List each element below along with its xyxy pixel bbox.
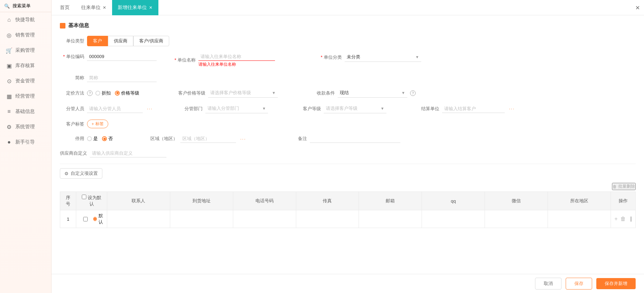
pricing-radio-level-circle xyxy=(115,91,120,96)
default-radio[interactable]: 默认 xyxy=(93,213,103,225)
add-row-button[interactable]: + xyxy=(614,216,618,222)
home-icon: ⌂ xyxy=(6,16,13,23)
tab-new-partner[interactable]: 新增往来单位 ✕ xyxy=(112,0,158,15)
col-email: 邮箱 xyxy=(359,192,422,210)
table-header-row: 序号 设为默认 联系人 到货地址 电话号码 传真 邮箱 qq 微信 所在地区 操… xyxy=(60,192,636,210)
cell-action: + 🗑 ▐ xyxy=(611,210,636,228)
bottom-bar: 取消 保存 保存并新增 xyxy=(52,274,644,293)
qq-input[interactable] xyxy=(425,217,481,222)
tab-home[interactable]: 首页 xyxy=(54,0,76,15)
customer-price-level-select[interactable]: 请选择客户价格等级 ▼ xyxy=(208,88,278,98)
supplier-custom-input[interactable] xyxy=(90,149,166,157)
wechat-input[interactable] xyxy=(488,217,544,222)
manager-more-btn[interactable]: ··· xyxy=(146,106,154,111)
select-all-checkbox[interactable] xyxy=(82,195,86,199)
form-content: 基本信息 单位类型 客户 供应商 客户/供应商 单位编码 单位名称 xyxy=(52,15,644,293)
sidebar-item-finance[interactable]: ⊙ 资金管理 xyxy=(0,73,51,89)
pricing-radio-level[interactable]: 价格等级 xyxy=(115,90,139,96)
pricing-radio-discount[interactable]: 折扣 xyxy=(95,90,111,96)
custom-settings-button[interactable]: ⚙ 自定义项设置 xyxy=(60,168,102,179)
disable-radio-group: 是 否 xyxy=(87,136,113,142)
batch-delete-label: 批量删除 xyxy=(618,184,635,189)
unit-name-group: 单位名称 请输入往来单位名称 xyxy=(171,52,304,67)
unit-type-btn-supplier[interactable]: 供应商 xyxy=(108,36,133,46)
delete-row-button[interactable]: 🗑 xyxy=(620,216,626,222)
sidebar-item-quick-nav[interactable]: ⌂ 快捷导航 xyxy=(0,12,51,27)
col-default: 设为默认 xyxy=(76,192,107,210)
add-tag-label: 标签 xyxy=(95,121,104,127)
region-more-btn[interactable]: ··· xyxy=(239,136,248,141)
unit-type-btn-customer[interactable]: 客户 xyxy=(87,36,108,46)
disable-radio-no[interactable]: 否 xyxy=(102,136,113,142)
sidebar-search[interactable]: 🔍 搜索菜单 xyxy=(0,0,51,12)
sidebar-item-basic[interactable]: ≡ 基础信息 xyxy=(0,104,51,119)
disable-radio-yes-label: 是 xyxy=(93,136,98,142)
unit-category-select[interactable]: 未分类 ▼ xyxy=(345,52,421,62)
customer-price-level-label: 客户价格等级 xyxy=(178,90,205,96)
contact-table: 序号 设为默认 联系人 到货地址 电话号码 传真 邮箱 qq 微信 所在地区 操… xyxy=(60,192,636,228)
fax-input[interactable] xyxy=(300,217,355,222)
payment-terms-group: 收款条件 现结 ▼ ? xyxy=(311,88,443,98)
payment-terms-chevron: ▼ xyxy=(401,91,405,95)
unit-name-input[interactable] xyxy=(198,52,275,61)
sidebar-item-operation[interactable]: ▦ 经营管理 xyxy=(0,89,51,104)
unit-category-chevron: ▼ xyxy=(415,55,419,59)
sidebar-item-label: 系统管理 xyxy=(15,124,35,130)
customer-price-level-chevron: ▼ xyxy=(272,91,276,95)
region-input[interactable] xyxy=(180,135,236,143)
section-divider xyxy=(60,164,636,164)
cell-default: 默认 xyxy=(76,210,107,228)
tab-new-partner-close[interactable]: ✕ xyxy=(149,5,152,10)
customer-level-chevron: ▼ xyxy=(380,106,384,111)
sidebar-item-guide[interactable]: ● 新手引导 xyxy=(0,135,51,150)
tab-partners-label: 往来单位 xyxy=(81,5,101,11)
unit-category-label: 单位分类 xyxy=(317,54,342,60)
payment-terms-help-icon[interactable]: ? xyxy=(410,90,416,96)
unit-code-input[interactable] xyxy=(87,52,157,61)
tab-partners[interactable]: 往来单位 ✕ xyxy=(76,0,112,15)
unit-type-btn-both[interactable]: 客户/供应商 xyxy=(133,36,169,46)
department-select[interactable]: 请输入分管部门 ▼ xyxy=(205,104,268,113)
sidebar-item-inventory[interactable]: ▣ 库存核算 xyxy=(0,58,51,73)
manager-input[interactable] xyxy=(87,105,143,113)
remarks-input[interactable] xyxy=(310,135,400,143)
save-new-button[interactable]: 保存并新增 xyxy=(596,278,636,289)
phone-input[interactable] xyxy=(237,217,292,222)
cell-seq: 1 xyxy=(60,210,76,228)
disable-radio-no-dot xyxy=(103,138,106,140)
sidebar-item-sales[interactable]: ◎ 销售管理 xyxy=(0,27,51,43)
sidebar-item-purchase[interactable]: 🛒 采购管理 xyxy=(0,43,51,58)
disable-radio-no-circle xyxy=(102,136,107,141)
row-scrollbar[interactable]: ▐ xyxy=(629,217,632,221)
customer-level-select[interactable]: 请选择客户等级 ▼ xyxy=(324,104,386,113)
settlement-unit-input[interactable] xyxy=(442,105,505,113)
pricing-help-icon[interactable]: ? xyxy=(87,90,93,96)
customer-level-value: 请选择客户等级 xyxy=(326,105,379,112)
contact-input[interactable] xyxy=(111,217,166,222)
payment-terms-select[interactable]: 现结 ▼ xyxy=(338,88,407,98)
address-input[interactable] xyxy=(174,217,229,222)
sidebar-item-system[interactable]: ⚙ 系统管理 xyxy=(0,119,51,135)
settlement-unit-more-btn[interactable]: ··· xyxy=(508,106,516,111)
batch-delete-button[interactable]: 🗑 批量删除 xyxy=(612,183,636,190)
short-name-input[interactable] xyxy=(87,74,157,82)
cell-wechat xyxy=(485,210,548,228)
col-fax: 传真 xyxy=(296,192,359,210)
row-checkbox[interactable] xyxy=(80,217,91,221)
email-input[interactable] xyxy=(362,217,418,222)
customer-price-level-value: 请选择客户价格等级 xyxy=(210,90,270,96)
disable-radio-yes[interactable]: 是 xyxy=(87,136,98,142)
disable-label: 停用 xyxy=(60,136,84,142)
sidebar-item-label: 资金管理 xyxy=(15,78,35,84)
region-table-input[interactable] xyxy=(551,217,607,222)
cancel-button[interactable]: 取消 xyxy=(535,278,561,290)
save-button[interactable]: 保存 xyxy=(566,278,592,290)
supplier-custom-group: 供应商自定义 xyxy=(60,149,636,157)
col-contact: 联系人 xyxy=(107,192,170,210)
add-tag-button[interactable]: + 标签 xyxy=(87,120,108,128)
sidebar-item-label: 采购管理 xyxy=(15,47,35,54)
settlement-unit-group: 结算单位 ··· xyxy=(415,105,547,113)
window-close-button[interactable]: ✕ xyxy=(635,4,640,11)
tab-partners-close[interactable]: ✕ xyxy=(103,5,106,10)
col-phone: 电话号码 xyxy=(233,192,296,210)
